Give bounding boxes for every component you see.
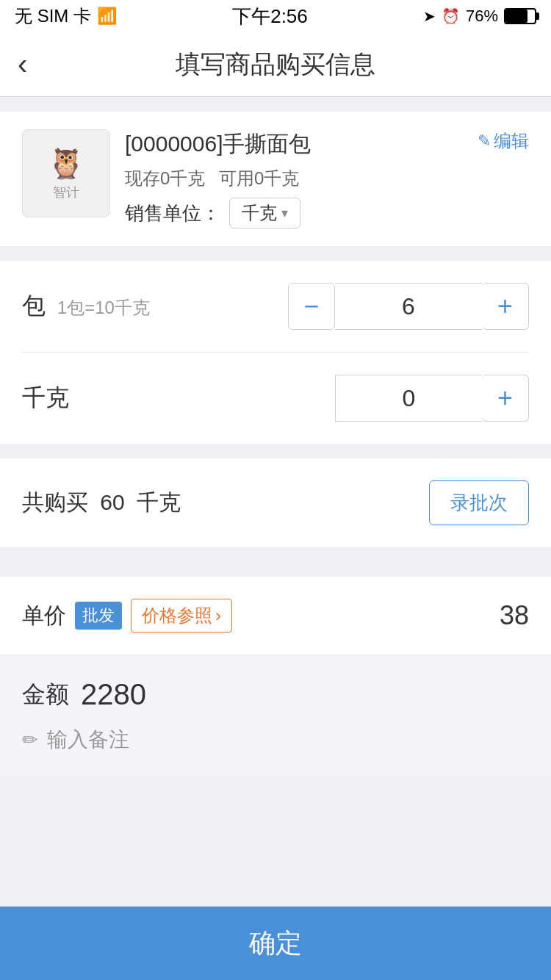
- section-divider-1: [0, 246, 551, 261]
- bao-increment-button[interactable]: +: [482, 283, 529, 330]
- total-prefix: 共购买: [22, 490, 88, 514]
- edit-icon: ✎: [478, 131, 491, 151]
- location-icon: ➤: [423, 7, 436, 25]
- confirm-label: 确定: [249, 926, 302, 962]
- total-section: 共购买 60 千克 录批次: [0, 458, 551, 547]
- unit-label: 销售单位：: [125, 201, 220, 226]
- alarm-icon: ⏰: [442, 7, 460, 25]
- nav-bar: ‹ 填写商品购买信息: [0, 32, 551, 97]
- bao-label: 包 1包=10千克: [22, 290, 150, 323]
- unit-dropdown-arrow: ▾: [281, 205, 288, 221]
- confirm-button[interactable]: 确定: [0, 907, 551, 980]
- price-label: 单价: [22, 601, 66, 631]
- back-button[interactable]: ‹: [18, 48, 27, 81]
- unit-value: 千克: [242, 201, 277, 225]
- total-unit: 千克: [137, 490, 181, 514]
- amount-row: 金额 2280: [22, 678, 529, 711]
- price-ref-label: 价格参照: [142, 604, 212, 627]
- stock-current: 现存0千克: [125, 168, 205, 188]
- carrier-label: 无 SIM 卡: [15, 4, 91, 28]
- bao-quantity-row: 包 1包=10千克 − +: [22, 261, 529, 353]
- page-title: 填写商品购买信息: [176, 48, 375, 82]
- price-section: 单价 批发 价格参照 › 38: [0, 577, 551, 655]
- battery-percent: 76%: [466, 7, 498, 26]
- remark-icon: ✏: [22, 729, 38, 752]
- edit-label: 编辑: [494, 129, 529, 153]
- back-arrow-icon: ‹: [18, 48, 27, 81]
- status-bar: 无 SIM 卡 📶 下午2:56 ➤ ⏰ 76%: [0, 0, 551, 32]
- bao-sub-label: 1包=10千克: [57, 298, 150, 317]
- product-thumb-icon: 🦉: [48, 146, 84, 181]
- amount-label: 金额: [22, 679, 69, 711]
- kg-quantity-row: 千克 +: [22, 353, 529, 444]
- unit-select[interactable]: 千克 ▾: [229, 198, 300, 228]
- price-label-group: 单价 批发 价格参照 ›: [22, 599, 232, 633]
- remark-row[interactable]: ✏ 输入备注: [22, 726, 529, 754]
- amount-value: 2280: [81, 678, 146, 711]
- batch-button[interactable]: 录批次: [429, 480, 529, 525]
- stock-available: 可用0千克: [219, 168, 299, 188]
- bao-decrement-button[interactable]: −: [288, 283, 335, 330]
- product-unit-row: 销售单位： 千克 ▾: [125, 198, 529, 228]
- total-amount: 60: [100, 490, 124, 514]
- product-card: 🦉 智计 [0000006]手撕面包 ✎ 编辑 现存0千克 可用0千克 销售单位…: [0, 112, 551, 246]
- remark-input[interactable]: 输入备注: [47, 726, 129, 754]
- kg-quantity-controls: +: [335, 375, 529, 422]
- kg-quantity-input[interactable]: [335, 375, 482, 422]
- bao-quantity-controls: − +: [288, 283, 529, 330]
- product-info: [0000006]手撕面包 ✎ 编辑 现存0千克 可用0千克 销售单位： 千克 …: [125, 129, 529, 228]
- section-divider-3: [0, 547, 551, 562]
- kg-increment-button[interactable]: +: [482, 375, 529, 422]
- amount-section: 金额 2280 ✏ 输入备注: [0, 656, 551, 776]
- battery-icon: [504, 8, 536, 24]
- product-thumb-label: 智计: [53, 184, 79, 201]
- product-name: [0000006]手撕面包: [125, 129, 311, 159]
- price-value: 38: [500, 600, 529, 631]
- section-divider-2: [0, 444, 551, 458]
- kg-label: 千克: [22, 382, 69, 414]
- edit-button[interactable]: ✎ 编辑: [478, 129, 529, 153]
- time-label: 下午2:56: [232, 4, 308, 29]
- price-tag: 批发: [75, 602, 122, 630]
- product-stock: 现存0千克 可用0千克: [125, 167, 529, 190]
- quantity-section: 包 1包=10千克 − + 千克 +: [0, 261, 551, 444]
- wifi-icon: 📶: [97, 7, 117, 26]
- price-ref-arrow: ›: [215, 605, 221, 626]
- status-right: ➤ ⏰ 76%: [423, 7, 536, 26]
- total-label: 共购买 60 千克: [22, 488, 181, 518]
- price-ref-button[interactable]: 价格参照 ›: [131, 599, 232, 633]
- bao-quantity-input[interactable]: [335, 283, 482, 330]
- status-left: 无 SIM 卡 📶: [15, 4, 117, 28]
- product-thumbnail: 🦉 智计: [22, 129, 110, 217]
